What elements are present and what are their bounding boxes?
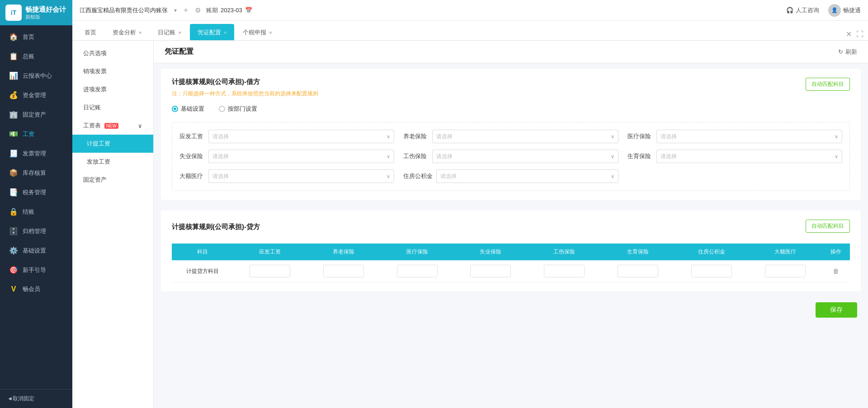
tab-home[interactable]: 首页 — [77, 24, 104, 40]
close-period-icon: 🔒 — [9, 207, 18, 216]
sidebar-logo[interactable]: iT 畅捷通好会计 旗舰版 — [0, 0, 72, 25]
sidebar-item-salary[interactable]: 💵 工资 — [0, 124, 72, 144]
close-tab-icon[interactable]: ✕ — [846, 30, 852, 38]
sidebar-item-close[interactable]: 🔒 结账 — [0, 202, 72, 221]
input-salary[interactable] — [250, 265, 290, 277]
radio-basic-circle — [172, 106, 178, 112]
user-menu[interactable]: 👤 畅捷通 — [828, 4, 861, 17]
tab-fund-close[interactable]: × — [139, 30, 142, 35]
menu-sales-label: 销项发票 — [83, 67, 107, 75]
menu-payroll-table[interactable]: 工资表 NEW ∨ — [72, 117, 153, 135]
debit-form-grid: 应发工资 请选择 ∨ 养老保险 请选择 ∨ 医疗 — [172, 122, 850, 191]
company-name: 江西服宝精品有限责任公司内账张 — [80, 6, 168, 14]
tab-voucher-label: 凭证配置 — [198, 28, 221, 37]
salary-dropdown-icon: ∨ — [387, 134, 390, 140]
sidebar-item-reports[interactable]: 📊 云报表中心 — [0, 66, 72, 85]
sidebar-item-guide[interactable]: 🎯 新手引导 — [0, 260, 72, 280]
field-unemployment: 失业保险 请选择 ∨ — [179, 150, 394, 163]
input-medical[interactable] — [397, 265, 438, 277]
sidebar-nav: 🏠 首页 📋 总账 📊 云报表中心 💰 资金管理 🏢 固定资产 💵 工资 🧾 发… — [0, 25, 72, 389]
input-housing-fund[interactable] — [691, 265, 732, 277]
menu-journal[interactable]: 日记账 — [72, 98, 153, 117]
input-pension[interactable] — [323, 265, 364, 277]
period-value[interactable]: 2023-03 — [221, 7, 242, 14]
main-area: 江西服宝精品有限责任公司内账张 ▾ ＋ ⚙ 账期 2023-03 📅 🎧 人工咨… — [72, 0, 868, 408]
left-menu: 公共选项 销项发票 进项发票 日记账 工资表 NEW ∨ 计提工资 — [72, 41, 154, 408]
tab-journal[interactable]: 日记账 × — [150, 24, 189, 40]
large-medical-label: 大额医疗 — [179, 172, 205, 180]
sidebar-unpin[interactable]: ◄取消固定 — [0, 389, 72, 408]
medical-select[interactable]: 请选择 ∨ — [656, 130, 842, 143]
tab-voucher-close[interactable]: × — [224, 30, 226, 35]
sidebar-item-tax[interactable]: 📑 税务管理 — [0, 183, 72, 202]
cell-medical — [380, 260, 454, 282]
medical-placeholder: 请选择 — [660, 133, 677, 141]
fund-icon: 💰 — [9, 91, 18, 99]
menu-payroll-label: 工资表 NEW — [83, 122, 118, 130]
field-pension: 养老保险 请选择 ∨ — [403, 130, 618, 143]
unemployment-select[interactable]: 请选择 ∨ — [208, 150, 394, 163]
sidebar-item-assets[interactable]: 🏢 固定资产 — [0, 105, 72, 124]
sidebar-item-archive[interactable]: 🗄️ 归档管理 — [0, 221, 72, 241]
save-button[interactable]: 保存 — [816, 302, 857, 318]
maternity-select[interactable]: 请选择 ∨ — [656, 150, 842, 163]
table-row: 计提贷方科目 🗑 — [172, 260, 850, 282]
tab-journal-close[interactable]: × — [178, 30, 181, 35]
delete-row-icon[interactable]: 🗑 — [833, 267, 839, 275]
large-medical-select[interactable]: 请选择 ∨ — [208, 169, 394, 183]
settings-gear-icon[interactable]: ⚙ — [195, 6, 201, 14]
sidebar-item-fund[interactable]: 💰 资金管理 — [0, 85, 72, 105]
input-unemployment[interactable] — [470, 265, 511, 277]
sidebar-item-inventory[interactable]: 📦 库存核算 — [0, 163, 72, 183]
menu-purchase[interactable]: 进项发票 — [72, 80, 153, 98]
tab-home-label: 首页 — [85, 28, 96, 37]
menu-public[interactable]: 公共选项 — [72, 44, 153, 62]
app-logo-icon: iT — [5, 5, 22, 21]
input-work-injury[interactable] — [544, 265, 585, 277]
sidebar-item-label: 基础设置 — [23, 247, 46, 255]
tab-fund[interactable]: 资金分析 × — [105, 24, 149, 40]
work-injury-select[interactable]: 请选择 ∨ — [432, 150, 618, 163]
customer-service[interactable]: 🎧 人工咨询 — [786, 6, 819, 14]
save-bar: 保存 — [154, 297, 868, 323]
company-dropdown-icon[interactable]: ▾ — [174, 7, 177, 14]
tab-tax-close[interactable]: × — [269, 30, 272, 35]
refresh-button[interactable]: ↻ 刷新 — [838, 48, 857, 56]
debit-auto-match-button[interactable]: 自动匹配科目 — [806, 78, 850, 91]
cell-housing-fund — [675, 260, 749, 282]
menu-pay-label: 发放工资 — [87, 158, 110, 166]
sidebar-item-label: 首页 — [23, 33, 34, 41]
sidebar-item-home[interactable]: 🏠 首页 — [0, 27, 72, 47]
menu-sales[interactable]: 销项发票 — [72, 62, 153, 80]
sidebar-item-ledger[interactable]: 📋 总账 — [0, 47, 72, 66]
avatar: 👤 — [828, 4, 841, 17]
radio-dept[interactable]: 按部门设置 — [219, 105, 257, 113]
row-subject-label: 计提贷方科目 — [172, 260, 233, 282]
pension-select[interactable]: 请选择 ∨ — [432, 130, 618, 143]
unemployment-label: 失业保险 — [179, 152, 205, 160]
input-large-medical[interactable] — [765, 265, 806, 277]
housing-fund-select[interactable]: 请选择 ∨ — [436, 169, 618, 183]
sidebar-item-label: 税务管理 — [23, 188, 46, 197]
maternity-placeholder: 请选择 — [660, 153, 677, 160]
add-company-icon[interactable]: ＋ — [182, 5, 189, 15]
input-maternity[interactable] — [618, 265, 658, 277]
sidebar-item-invoice[interactable]: 🧾 发票管理 — [0, 144, 72, 163]
tab-tax[interactable]: 个税申报 × — [235, 24, 279, 40]
calendar-icon[interactable]: 📅 — [245, 7, 252, 14]
sidebar-item-settings[interactable]: ⚙️ 基础设置 — [0, 241, 72, 260]
tab-tax-label: 个税申报 — [243, 28, 266, 37]
col-work-injury: 工伤保险 — [528, 244, 601, 260]
sidebar-item-vip[interactable]: V 畅会员 — [0, 280, 72, 299]
period-selector: 账期 2023-03 📅 — [206, 6, 252, 14]
credit-auto-match-button[interactable]: 自动匹配科目 — [806, 220, 850, 233]
tab-voucher[interactable]: 凭证配置 × — [190, 24, 234, 40]
salary-select[interactable]: 请选择 ∨ — [208, 130, 394, 143]
radio-basic[interactable]: 基础设置 — [172, 105, 204, 113]
salary-icon: 💵 — [9, 130, 18, 138]
radio-group: 基础设置 按部门设置 — [172, 105, 850, 113]
expand-icon[interactable]: ⛶ — [856, 30, 863, 38]
menu-fixed-assets[interactable]: 固定资产 — [72, 171, 153, 189]
menu-pay[interactable]: 发放工资 — [72, 153, 153, 171]
menu-accrue[interactable]: 计提工资 — [72, 135, 153, 153]
